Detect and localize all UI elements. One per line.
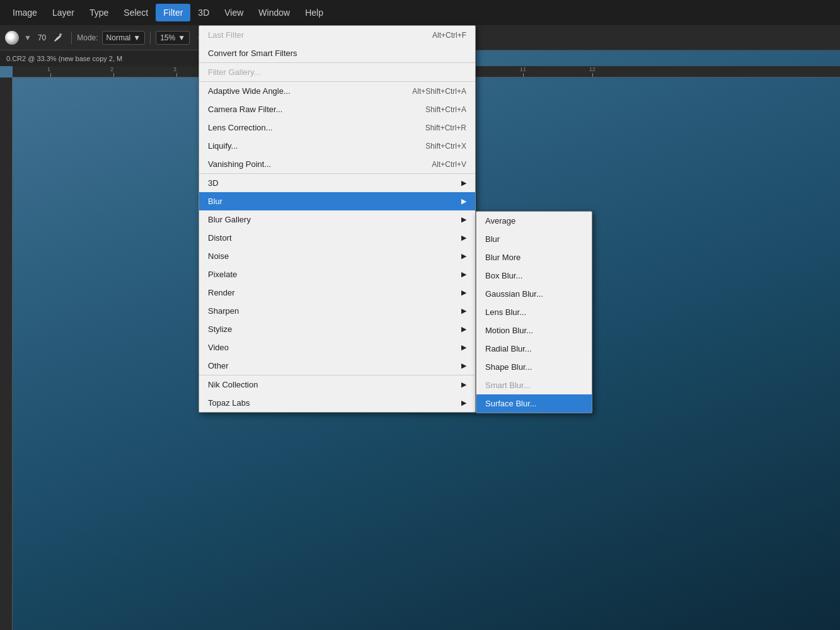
doc-title: 0.CR2 @ 33.3% (new base copy 2, M: [0, 50, 202, 66]
gaussian-blur-item[interactable]: Gaussian Blur...: [476, 285, 592, 303]
stylize-item[interactable]: Stylize ▶: [199, 320, 475, 338]
blur-item[interactable]: Blur ▶: [199, 192, 475, 210]
menu-image[interactable]: Image: [5, 4, 45, 21]
ruler-mark-3: 3: [176, 73, 177, 77]
ruler-mark-12: 12: [592, 73, 593, 77]
menu-3d[interactable]: 3D: [190, 4, 217, 21]
topaz-labs-item[interactable]: Topaz Labs ▶: [199, 394, 475, 412]
brush-preview: [5, 31, 19, 45]
blur-gallery-item[interactable]: Blur Gallery ▶: [199, 210, 475, 229]
lens-blur-label: Lens Blur...: [485, 307, 526, 317]
box-blur-label: Box Blur...: [485, 271, 522, 280]
filter-menu: Last Filter Alt+Ctrl+F Convert for Smart…: [198, 25, 476, 413]
other-item[interactable]: Other ▶: [199, 357, 475, 375]
smart-blur-label: Smart Blur...: [485, 381, 531, 390]
brush-size: 70: [38, 33, 46, 42]
camera-raw-shortcut: Shift+Ctrl+A: [425, 105, 466, 114]
mode-value: Normal: [106, 33, 131, 42]
video-label: Video: [208, 343, 229, 352]
menu-select[interactable]: Select: [116, 4, 156, 21]
separator-2: [150, 32, 151, 44]
nik-label: Nik Collection: [208, 380, 258, 389]
blur-sub-item[interactable]: Blur: [476, 230, 592, 248]
lens-correction-item[interactable]: Lens Correction... Shift+Ctrl+R: [199, 118, 475, 137]
topaz-label: Topaz Labs: [208, 398, 250, 408]
camera-raw-label: Camera Raw Filter...: [208, 105, 282, 114]
stylize-arrow: ▶: [461, 325, 466, 333]
smart-blur-item[interactable]: Smart Blur...: [476, 376, 592, 394]
3d-arrow: ▶: [461, 179, 466, 187]
menu-help[interactable]: Help: [297, 4, 331, 21]
adaptive-label: Adaptive Wide Angle...: [208, 86, 291, 96]
menu-window[interactable]: Window: [251, 4, 297, 21]
other-label: Other: [208, 361, 229, 370]
noise-arrow: ▶: [461, 252, 466, 260]
mode-dropdown[interactable]: Normal ▼: [102, 31, 146, 45]
menu-layer[interactable]: Layer: [45, 4, 82, 21]
ruler-mark-11: 11: [523, 73, 524, 77]
menu-filter[interactable]: Filter: [156, 4, 190, 21]
render-item[interactable]: Render ▶: [199, 284, 475, 302]
stylize-label: Stylize: [208, 324, 232, 334]
sharpen-item[interactable]: Sharpen ▶: [199, 302, 475, 320]
doc-title-text: 0.CR2 @ 33.3% (new base copy 2, M: [6, 55, 122, 62]
3d-label: 3D: [208, 178, 219, 188]
other-arrow: ▶: [461, 362, 466, 370]
convert-smart-item[interactable]: Convert for Smart Filters: [199, 44, 475, 62]
blur-more-item[interactable]: Blur More: [476, 248, 592, 266]
blur-arrow: ▶: [461, 197, 466, 205]
pixelate-label: Pixelate: [208, 270, 237, 279]
last-filter-item[interactable]: Last Filter Alt+Ctrl+F: [199, 26, 475, 44]
lens-blur-item[interactable]: Lens Blur...: [476, 303, 592, 321]
filter-gallery-item[interactable]: Filter Gallery...: [199, 63, 475, 81]
vanishing-point-item[interactable]: Vanishing Point... Alt+Ctrl+V: [199, 155, 475, 173]
sharpen-arrow: ▶: [461, 307, 466, 315]
video-item[interactable]: Video ▶: [199, 338, 475, 357]
render-arrow: ▶: [461, 289, 466, 297]
filter-gallery-label: Filter Gallery...: [208, 67, 261, 77]
nik-collection-item[interactable]: Nik Collection ▶: [199, 375, 475, 394]
ruler-mark-1: 1: [50, 73, 51, 77]
convert-smart-label: Convert for Smart Filters: [208, 49, 297, 58]
blur-gallery-label: Blur Gallery: [208, 215, 251, 224]
sharpen-label: Sharpen: [208, 306, 239, 316]
adaptive-wide-angle-item[interactable]: Adaptive Wide Angle... Alt+Shift+Ctrl+A: [199, 82, 475, 100]
ruler-left: [0, 77, 13, 630]
zoom-dropdown[interactable]: 15% ▼: [156, 31, 190, 45]
svg-point-0: [59, 33, 62, 36]
camera-raw-item[interactable]: Camera Raw Filter... Shift+Ctrl+A: [199, 100, 475, 118]
pixelate-item[interactable]: Pixelate ▶: [199, 265, 475, 284]
motion-blur-item[interactable]: Motion Blur...: [476, 321, 592, 340]
distort-item[interactable]: Distort ▶: [199, 229, 475, 247]
3d-item[interactable]: 3D ▶: [199, 174, 475, 192]
ruler-mark-2: 2: [113, 73, 114, 77]
shape-blur-item[interactable]: Shape Blur...: [476, 358, 592, 376]
noise-label: Noise: [208, 251, 229, 261]
surface-blur-label: Surface Blur...: [485, 399, 537, 408]
vanishing-label: Vanishing Point...: [208, 159, 271, 169]
menu-view[interactable]: View: [217, 4, 251, 21]
menubar: Image Layer Type Select Filter 3D View W…: [0, 0, 840, 25]
nik-arrow: ▶: [461, 381, 466, 389]
blur-more-label: Blur More: [485, 253, 521, 262]
gaussian-label: Gaussian Blur...: [485, 289, 543, 299]
motion-blur-label: Motion Blur...: [485, 326, 533, 335]
mode-label: Mode:: [77, 33, 98, 42]
distort-label: Distort: [208, 233, 232, 243]
brush-settings-icon[interactable]: [50, 30, 66, 46]
last-filter-shortcut: Alt+Ctrl+F: [432, 31, 466, 40]
radial-blur-item[interactable]: Radial Blur...: [476, 340, 592, 358]
shape-blur-label: Shape Blur...: [485, 362, 532, 372]
menu-type[interactable]: Type: [82, 4, 116, 21]
surface-blur-item[interactable]: Surface Blur...: [476, 394, 592, 413]
average-item[interactable]: Average: [476, 212, 592, 230]
noise-item[interactable]: Noise ▶: [199, 247, 475, 265]
distort-arrow: ▶: [461, 234, 466, 242]
box-blur-item[interactable]: Box Blur...: [476, 266, 592, 285]
lens-correction-shortcut: Shift+Ctrl+R: [425, 123, 466, 132]
blur-gallery-arrow: ▶: [461, 215, 466, 224]
radial-blur-label: Radial Blur...: [485, 344, 532, 353]
liquify-item[interactable]: Liquify... Shift+Ctrl+X: [199, 137, 475, 155]
blur-sub-label: Blur: [485, 234, 500, 244]
pixelate-arrow: ▶: [461, 270, 466, 278]
